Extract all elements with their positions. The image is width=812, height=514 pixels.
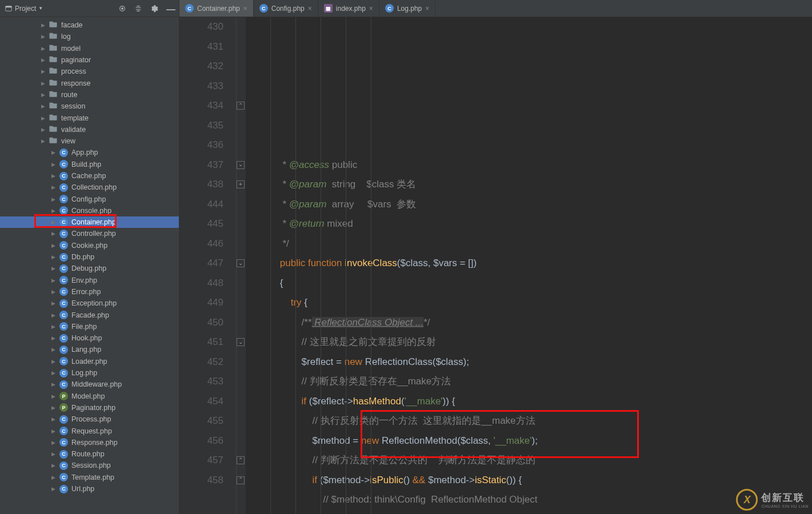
tree-file-App-php[interactable]: ▶CApp.php bbox=[0, 147, 179, 158]
fold-up-icon[interactable]: ⌃ bbox=[237, 456, 245, 464]
close-icon[interactable]: × bbox=[243, 5, 247, 13]
tree-folder-facade[interactable]: ▶facade bbox=[0, 19, 179, 31]
tree-folder-template[interactable]: ▶template bbox=[0, 112, 179, 123]
tree-file-Config-php[interactable]: ▶CConfig.php bbox=[0, 193, 179, 204]
tree-folder-model[interactable]: ▶model bbox=[0, 43, 179, 54]
expand-arrow-icon[interactable]: ▶ bbox=[50, 428, 56, 434]
tree-folder-route[interactable]: ▶route bbox=[0, 89, 179, 101]
tab-Log-php[interactable]: CLog.php× bbox=[379, 0, 435, 17]
close-icon[interactable]: × bbox=[369, 5, 373, 13]
code-line[interactable]: // 这里就是之前文章提到的反射 bbox=[258, 332, 812, 352]
code-line[interactable]: * @param array $vars 参数 bbox=[258, 195, 812, 215]
tree-file-Cache-php[interactable]: ▶CCache.php bbox=[0, 170, 179, 182]
code-line[interactable]: // 判断方法是不是公公共的 判断方法是不是静态的 bbox=[258, 451, 812, 471]
expand-arrow-icon[interactable]: ▶ bbox=[50, 486, 56, 492]
fold-up-icon[interactable]: ⌃ bbox=[237, 102, 245, 110]
expand-arrow-icon[interactable]: ▶ bbox=[50, 196, 56, 202]
hide-icon[interactable]: — bbox=[166, 5, 174, 13]
tree-file-Template-php[interactable]: ▶CTemplate.php bbox=[0, 472, 179, 483]
tree-folder-validate[interactable]: ▶validate bbox=[0, 124, 179, 135]
expand-arrow-icon[interactable]: ▶ bbox=[50, 208, 56, 214]
expand-arrow-icon[interactable]: ▶ bbox=[50, 440, 56, 445]
expand-arrow-icon[interactable]: ▶ bbox=[40, 22, 46, 28]
sidebar-title[interactable]: Project ▼ bbox=[5, 5, 43, 13]
tree-file-Error-php[interactable]: ▶CError.php bbox=[0, 286, 179, 298]
code-line[interactable]: // 执行反射类的一个方法 这里就指的是__make方法 bbox=[258, 411, 812, 431]
expand-arrow-icon[interactable]: ▶ bbox=[50, 416, 56, 422]
expand-arrow-icon[interactable]: ▶ bbox=[50, 382, 56, 387]
expand-arrow-icon[interactable]: ▶ bbox=[50, 289, 56, 295]
expand-arrow-icon[interactable]: ▶ bbox=[50, 173, 56, 179]
expand-arrow-icon[interactable]: ▶ bbox=[40, 115, 46, 121]
target-icon[interactable] bbox=[118, 5, 126, 13]
tree-file-Build-php[interactable]: ▶CBuild.php bbox=[0, 159, 179, 170]
tree-folder-process[interactable]: ▶process bbox=[0, 66, 179, 77]
tree-folder-paginator[interactable]: ▶paginator bbox=[0, 54, 179, 66]
tree-file-Middleware-php[interactable]: ▶CMiddleware.php bbox=[0, 379, 179, 390]
expand-arrow-icon[interactable]: ▶ bbox=[50, 451, 56, 457]
code-line[interactable]: // 判断反射类是否存在__make方法 bbox=[258, 372, 812, 392]
fold-up-icon[interactable]: ⌃ bbox=[237, 476, 245, 484]
expand-arrow-icon[interactable]: ▶ bbox=[40, 57, 46, 63]
close-icon[interactable]: × bbox=[308, 5, 312, 13]
expand-arrow-icon[interactable]: ▶ bbox=[40, 92, 46, 98]
tree-file-Exception-php[interactable]: ▶CException.php bbox=[0, 298, 179, 309]
code-content[interactable]: * @access public * @param string $class … bbox=[246, 17, 812, 514]
expand-arrow-icon[interactable]: ▶ bbox=[50, 359, 56, 364]
expand-arrow-icon[interactable]: ▶ bbox=[40, 103, 46, 109]
tree-folder-log[interactable]: ▶log bbox=[0, 31, 179, 42]
expand-arrow-icon[interactable]: ▶ bbox=[50, 475, 56, 480]
code-line[interactable]: { bbox=[258, 274, 812, 294]
tree-file-Controller-php[interactable]: ▶CController.php bbox=[0, 228, 179, 239]
expand-arrow-icon[interactable]: ▶ bbox=[50, 184, 56, 190]
tree-file-Route-php[interactable]: ▶CRoute.php bbox=[0, 448, 179, 460]
expand-arrow-icon[interactable]: ▶ bbox=[50, 278, 56, 283]
expand-arrow-icon[interactable]: ▶ bbox=[40, 81, 46, 86]
tab-Container-php[interactable]: CContainer.php× bbox=[179, 0, 254, 17]
tree-file-Url-php[interactable]: ▶CUrl.php bbox=[0, 483, 179, 495]
code-line[interactable]: $method = new ReflectionMethod($class, '… bbox=[258, 431, 812, 451]
expand-arrow-icon[interactable]: ▶ bbox=[40, 138, 46, 144]
expand-arrow-icon[interactable]: ▶ bbox=[40, 69, 46, 74]
expand-arrow-icon[interactable]: ▶ bbox=[50, 463, 56, 468]
tree-folder-session[interactable]: ▶session bbox=[0, 101, 179, 112]
code-line[interactable]: * @access public bbox=[258, 155, 812, 175]
tree-file-Facade-php[interactable]: ▶CFacade.php bbox=[0, 309, 179, 320]
code-line[interactable]: $args = $this->bindParams($method, $vars… bbox=[258, 510, 812, 515]
expand-arrow-icon[interactable]: ▶ bbox=[40, 46, 46, 51]
expand-arrow-icon[interactable]: ▶ bbox=[40, 127, 46, 132]
tree-file-Debug-php[interactable]: ▶CDebug.php bbox=[0, 263, 179, 274]
code-line[interactable]: if ($method->isPublic() && $method->isSt… bbox=[258, 471, 812, 491]
file-tree[interactable]: ▶facade▶log▶model▶paginator▶process▶resp… bbox=[0, 17, 179, 514]
tree-file-File-php[interactable]: ▶CFile.php bbox=[0, 321, 179, 332]
tree-file-Console-php[interactable]: ▶CConsole.php bbox=[0, 205, 179, 216]
code-line[interactable]: * @return mixed bbox=[258, 214, 812, 234]
fold-down-icon[interactable]: ⌄ bbox=[237, 161, 245, 169]
expand-arrow-icon[interactable]: ▶ bbox=[50, 405, 56, 411]
expand-arrow-icon[interactable]: ▶ bbox=[50, 393, 56, 399]
tree-file-Request-php[interactable]: ▶CRequest.php bbox=[0, 425, 179, 436]
tab-index-php[interactable]: ▦index.php× bbox=[318, 0, 379, 17]
tree-file-Loader-php[interactable]: ▶CLoader.php bbox=[0, 356, 179, 367]
expand-arrow-icon[interactable]: ▶ bbox=[50, 312, 56, 318]
code-line[interactable]: /** ReflectionClass Object ...*/ bbox=[258, 313, 812, 333]
fold-down-icon[interactable]: ⌄ bbox=[237, 259, 245, 267]
tree-file-Model-php[interactable]: ▶PModel.php bbox=[0, 391, 179, 402]
expand-arrow-icon[interactable]: ▶ bbox=[40, 34, 46, 39]
expand-arrow-icon[interactable]: ▶ bbox=[50, 300, 56, 306]
code-line[interactable]: try { bbox=[258, 293, 812, 313]
code-line[interactable]: // $method: think\Config ReflectionMetho… bbox=[258, 490, 812, 510]
tree-file-Log-php[interactable]: ▶CLog.php bbox=[0, 367, 179, 379]
expand-arrow-icon[interactable]: ▶ bbox=[50, 266, 56, 271]
tree-file-Db-php[interactable]: ▶CDb.php bbox=[0, 251, 179, 263]
expand-arrow-icon[interactable]: ▶ bbox=[50, 254, 56, 260]
expand-arrow-icon[interactable]: ▶ bbox=[50, 243, 56, 248]
tab-Config-php[interactable]: CConfig.php× bbox=[254, 0, 318, 17]
code-line[interactable]: public function invokeClass($class, $var… bbox=[258, 254, 812, 274]
gear-icon[interactable] bbox=[150, 5, 158, 13]
collapse-icon[interactable] bbox=[134, 5, 142, 13]
tree-file-Lang-php[interactable]: ▶CLang.php bbox=[0, 344, 179, 355]
tree-file-Cookie-php[interactable]: ▶CCookie.php bbox=[0, 240, 179, 251]
expand-arrow-icon[interactable]: ▶ bbox=[50, 324, 56, 330]
fold-plus-icon[interactable]: + bbox=[237, 180, 245, 188]
